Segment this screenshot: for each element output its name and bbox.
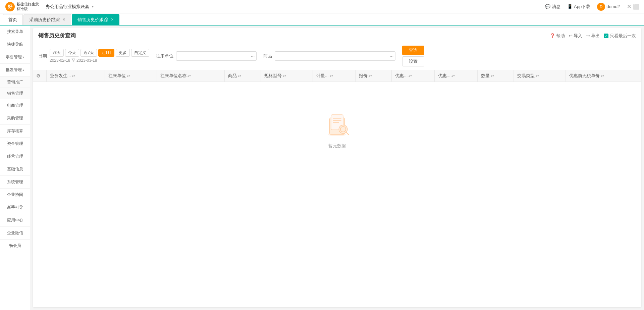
sidebar-sub-wholesale: 营销推广 销售管理 (0, 76, 30, 99)
logo-text: 畅捷信好生意 标准版 (17, 2, 39, 11)
partner-input-wrapper: ··· (176, 51, 257, 61)
th-biz-date[interactable]: 业务发生... ▴▾ (46, 70, 105, 82)
top-bar-right: 💬 消息 📱 App下载 D demo2 ✕ ⬜ (545, 3, 639, 11)
app-download-button[interactable]: 📱 App下载 (567, 4, 590, 10)
tab-home[interactable]: 首页 (3, 14, 23, 25)
sidebar-item-guide[interactable]: 新手引导 (0, 201, 30, 214)
th-product[interactable]: 商品 ▴▾ (224, 70, 261, 82)
maximize-window-button[interactable]: ⬜ (634, 4, 639, 9)
tab-purchase-history-close-icon[interactable]: ✕ (62, 17, 65, 22)
th-partner-code[interactable]: 往来单位 ▴▾ (105, 70, 157, 82)
sidebar-label-basics: 基础信息 (7, 166, 23, 172)
th-gear[interactable]: ⚙ (33, 70, 46, 82)
tab-home-label: 首页 (8, 17, 17, 23)
action-buttons: 查询 设置 (402, 46, 424, 66)
sidebar-item-retail[interactable]: 零售管理 ▾ (0, 51, 30, 64)
th-discount1[interactable]: 优惠... ▴▾ (392, 70, 435, 82)
import-button[interactable]: ↩ 导入 (569, 33, 582, 39)
sort-discount1-icon: ▴▾ (409, 74, 412, 78)
sidebar-item-basics[interactable]: 基础信息 (0, 163, 30, 176)
help-button[interactable]: ❓ 帮助 (550, 33, 565, 39)
sidebar-label-app-center: 应用中心 (7, 217, 23, 223)
sidebar-item-ecommerce[interactable]: 电商管理 (0, 99, 30, 112)
date-btn-7days[interactable]: 近7天 (80, 49, 97, 57)
product-input-dots-icon[interactable]: ··· (390, 53, 394, 59)
sidebar-item-app-center[interactable]: 应用中心 (0, 214, 30, 227)
sidebar-label-purchase: 采购管理 (7, 115, 23, 121)
sidebar-label-member: 畅会员 (9, 243, 21, 249)
sidebar-item-inventory[interactable]: 库存核算 (0, 125, 30, 138)
date-btn-yesterday[interactable]: 昨天 (50, 49, 64, 57)
th-trade-type[interactable]: 交易类型 ▴▾ (514, 70, 566, 82)
sidebar-label-enterprise: 企业协同 (7, 192, 23, 198)
sidebar-label-guide: 新手引导 (7, 205, 23, 210)
th-quantity[interactable]: 数量 ▴▾ (477, 70, 514, 82)
close-window-button[interactable]: ✕ (627, 4, 631, 9)
th-discount2[interactable]: 优惠... ▴▾ (435, 70, 478, 82)
sidebar-item-search-menu[interactable]: 搜索菜单 (0, 25, 30, 38)
sidebar: 搜索菜单 快捷导航 零售管理 ▾ 批发管理 ▴ 营销推广 销售管理 电商管理 采… (0, 25, 30, 310)
app-title: 办公用品行业模拟账套 (46, 4, 89, 10)
sidebar-label-wechat: 企业微信 (7, 230, 23, 236)
sort-pretax-price-icon: ▴▾ (601, 74, 604, 78)
date-btn-more[interactable]: 更多 (116, 49, 130, 57)
settings-button[interactable]: 设置 (402, 56, 424, 66)
message-button[interactable]: 💬 消息 (545, 4, 560, 10)
sidebar-item-sales-mgmt[interactable]: 销售管理 (0, 88, 30, 99)
date-btn-custom[interactable]: 自定义 (131, 49, 149, 57)
partner-input[interactable] (176, 51, 257, 61)
app-title-dropdown-icon[interactable]: ▾ (92, 5, 94, 8)
sort-discount2-icon: ▴▾ (451, 74, 455, 78)
sidebar-item-system[interactable]: 系统管理 (0, 176, 30, 189)
sort-trade-type-icon: ▴▾ (536, 74, 539, 78)
sidebar-item-marketing[interactable]: 营销推广 (0, 76, 30, 88)
last-only-toggle[interactable]: ✓ 只看最后一次 (604, 33, 636, 39)
query-button[interactable]: 查询 (402, 46, 424, 55)
product-input-wrapper: ··· (275, 51, 395, 61)
sidebar-item-enterprise[interactable]: 企业协同 (0, 189, 30, 201)
page-content: 销售历史价查询 ❓ 帮助 ↩ 导入 ↪ 导出 ✓ (33, 28, 641, 307)
sort-product-icon: ▴▾ (238, 74, 241, 78)
sidebar-item-wholesale[interactable]: 批发管理 ▴ (0, 64, 30, 76)
tab-purchase-history-label: 采购历史价跟踪 (29, 17, 60, 23)
main-layout: 搜索菜单 快捷导航 零售管理 ▾ 批发管理 ▴ 营销推广 销售管理 电商管理 采… (0, 25, 644, 310)
tab-sales-history[interactable]: 销售历史价跟踪 ✕ (72, 14, 119, 25)
phone-icon: 📱 (567, 4, 573, 9)
column-settings-icon[interactable]: ⚙ (36, 73, 41, 79)
sort-partner-code-icon: ▴▾ (127, 74, 130, 78)
sidebar-label-operations: 经营管理 (7, 154, 23, 159)
th-spec[interactable]: 规格型号 ▴▾ (261, 70, 313, 82)
top-bar: 好 畅捷信好生意 标准版 办公用品行业模拟账套 ▾ 💬 消息 📱 App下载 D… (0, 0, 644, 13)
last-only-checkbox[interactable]: ✓ (604, 34, 608, 38)
date-btn-today[interactable]: 今天 (65, 49, 79, 57)
logo-icon: 好 (5, 2, 15, 11)
message-icon: 💬 (545, 4, 550, 9)
sidebar-label-wholesale: 批发管理 (6, 67, 22, 73)
th-pretax-price[interactable]: 优惠前无税单价 ▴▾ (566, 70, 641, 82)
th-unit[interactable]: 计量... ▴▾ (313, 70, 356, 82)
product-input[interactable] (275, 51, 395, 61)
tab-purchase-history[interactable]: 采购历史价跟踪 ✕ (23, 14, 71, 25)
sidebar-item-wechat[interactable]: 企业微信 (0, 227, 30, 240)
empty-state: 暂元数据 (33, 82, 641, 176)
sidebar-item-quick-nav[interactable]: 快捷导航 (0, 38, 30, 51)
sidebar-label-ecommerce: 电商管理 (7, 103, 23, 108)
sidebar-item-member[interactable]: 畅会员 (0, 240, 30, 252)
table-head: ⚙ 业务发生... ▴▾ 往来单位 (33, 70, 641, 82)
date-range-display: 2023-02-18 至 2023-03-18 (50, 58, 149, 63)
sidebar-item-purchase[interactable]: 采购管理 (0, 112, 30, 125)
th-quoted-price[interactable]: 报价 ▴▾ (356, 70, 392, 82)
page-header: 销售历史价查询 ❓ 帮助 ↩ 导入 ↪ 导出 ✓ (33, 28, 641, 42)
export-button[interactable]: ↪ 导出 (586, 33, 600, 39)
user-profile[interactable]: D demo2 (597, 3, 620, 11)
page-actions: ❓ 帮助 ↩ 导入 ↪ 导出 ✓ 只看最后一次 (550, 33, 636, 39)
date-btn-1month[interactable]: 近1月 (98, 49, 115, 57)
sort-spec-icon: ▴▾ (283, 74, 286, 78)
th-partner-name[interactable]: 往来单位名称 ▴▾ (157, 70, 224, 82)
tab-sales-history-close-icon[interactable]: ✕ (111, 17, 114, 22)
sidebar-item-operations[interactable]: 经营管理 (0, 150, 30, 163)
partner-label: 往来单位 (156, 53, 173, 59)
sort-unit-icon: ▴▾ (330, 74, 333, 78)
sidebar-item-finance[interactable]: 资金管理 (0, 138, 30, 150)
partner-input-dots-icon[interactable]: ··· (251, 53, 255, 59)
